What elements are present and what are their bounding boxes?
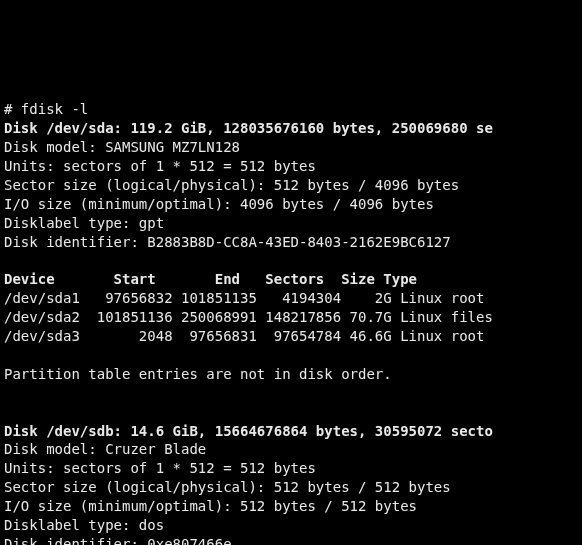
disk-a-table-header: Device Start End Sectors Size Type <box>4 271 417 287</box>
disk-b-io: I/O size (minimum/optimal): 512 bytes / … <box>4 498 417 514</box>
disk-b-header: Disk /dev/sdb: 14.6 GiB, 15664676864 byt… <box>4 423 493 439</box>
disk-a-sector: Sector size (logical/physical): 512 byte… <box>4 177 459 193</box>
table-row: /dev/sda1 97656832 101851135 4194304 2G … <box>4 290 484 306</box>
disk-a-note: Partition table entries are not in disk … <box>4 366 392 382</box>
table-row: /dev/sda2 101851136 250068991 148217856 … <box>4 309 493 325</box>
disk-a-model: Disk model: SAMSUNG MZ7LN128 <box>4 139 240 155</box>
disk-a-id: Disk identifier: B2883B8D-CC8A-43ED-8403… <box>4 234 451 250</box>
disk-a-label: Disklabel type: gpt <box>4 215 164 231</box>
table-row: /dev/sda3 2048 97656831 97654784 46.6G L… <box>4 328 484 344</box>
terminal[interactable]: # fdisk -l Disk /dev/sda: 119.2 GiB, 128… <box>0 94 582 545</box>
disk-b-model: Disk model: Cruzer Blade <box>4 441 206 457</box>
disk-a-units: Units: sectors of 1 * 512 = 512 bytes <box>4 158 316 174</box>
disk-b-id: Disk identifier: 0xe807466e <box>4 536 232 545</box>
disk-b-units: Units: sectors of 1 * 512 = 512 bytes <box>4 460 316 476</box>
disk-b-label: Disklabel type: dos <box>4 517 164 533</box>
prompt: # <box>4 101 21 117</box>
command-text: fdisk -l <box>21 101 88 117</box>
disk-a-header: Disk /dev/sda: 119.2 GiB, 128035676160 b… <box>4 120 493 136</box>
disk-a-io: I/O size (minimum/optimal): 4096 bytes /… <box>4 196 434 212</box>
disk-b-sector: Sector size (logical/physical): 512 byte… <box>4 479 451 495</box>
